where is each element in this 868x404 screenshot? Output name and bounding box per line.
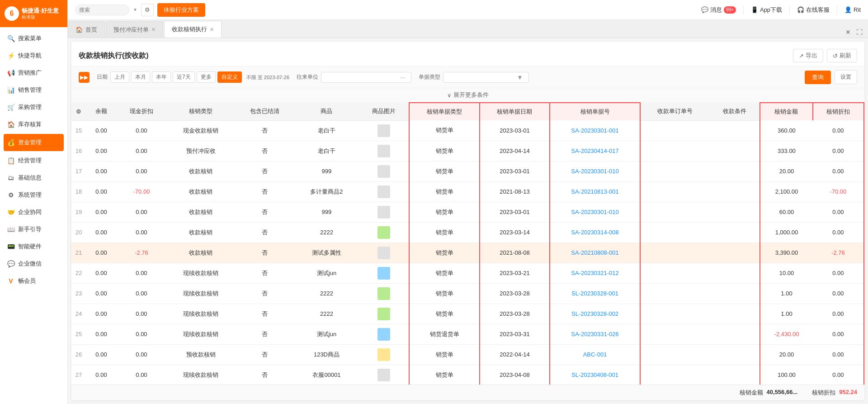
sidebar-item-system[interactable]: ⚙ 系统管理	[0, 186, 67, 204]
td-verify-bill-no[interactable]: SA-20230321-012	[550, 263, 640, 283]
tab-expand-btn[interactable]: ⛶	[854, 27, 864, 38]
td-verify-type: 现续收款核销	[166, 263, 235, 283]
th-balance: 余额	[86, 103, 117, 120]
home-icon: 🏠	[75, 26, 83, 33]
td-cash-discount: 0.00	[117, 141, 166, 161]
td-verify-bill-no[interactable]: SL-20230408-001	[550, 365, 640, 385]
filter-settings-button[interactable]: 设置	[835, 70, 857, 84]
logo-text: 畅捷通·好生意 标准版	[22, 7, 59, 20]
this-year-btn[interactable]: 本年	[152, 71, 171, 83]
messages-label: 消息	[710, 6, 722, 14]
purchase-label: 采购管理	[18, 103, 42, 111]
td-verify-bill-no[interactable]: ABC-001	[550, 344, 640, 365]
finance-icon: 💰	[7, 139, 14, 146]
td-verify-amount: 2,100.00	[760, 181, 812, 202]
sidebar-item-inventory[interactable]: 🏠 库存核算	[0, 116, 67, 133]
td-verify-bill-type: 销货单	[409, 181, 479, 202]
footer-verify-amount: 核销金额 40,556,66...	[740, 389, 798, 397]
this-month-btn[interactable]: 本月	[131, 71, 150, 83]
export-button[interactable]: ↗ 导出	[793, 49, 823, 62]
td-verify-amount: 100.00	[760, 365, 812, 385]
sidebar-item-vip[interactable]: V 畅会员	[0, 272, 67, 290]
tab-home[interactable]: 🏠 首页	[68, 21, 105, 38]
partner-dots-icon[interactable]: ···	[398, 74, 407, 81]
sidebar-item-enterprise[interactable]: 🤝 企业协同	[0, 204, 67, 221]
user-action[interactable]: 👤 Rit	[844, 6, 861, 13]
app-download-action[interactable]: 📱 App下载	[751, 6, 782, 14]
filter-expand-button[interactable]: ▶▶	[79, 72, 90, 83]
tab-prepay[interactable]: 预付冲应付单 ✕	[106, 21, 163, 38]
expand-more-btn[interactable]: ∨ 展开更多条件	[71, 89, 864, 101]
td-verify-bill-type: 销货单	[409, 161, 479, 181]
th-verify-type: 核销类型	[166, 103, 235, 120]
td-verify-bill-no[interactable]: SA-20210808-001	[550, 242, 640, 263]
sidebar-item-search-menu[interactable]: 🔍 搜索菜单	[0, 30, 67, 47]
td-receipt-order-no	[640, 141, 710, 161]
td-verify-bill-no[interactable]: SL-20230328-002	[550, 304, 640, 324]
td-verify-bill-no[interactable]: SA-20230414-017	[550, 141, 640, 161]
td-verify-bill-no[interactable]: SA-20230331-026	[550, 324, 640, 344]
page-title: 收款核销执行(按收款)	[79, 51, 149, 61]
content-header: 收款核销执行(按收款) ↗ 导出 ↺ 刷新	[71, 42, 864, 66]
more-btn[interactable]: 更多	[197, 71, 216, 83]
td-goods-image	[359, 283, 410, 304]
sidebar-item-guide[interactable]: 📖 新手引导	[0, 221, 67, 238]
tab-receipt-verify[interactable]: 收款核销执行 ✕	[164, 21, 222, 38]
refresh-button[interactable]: ↺ 刷新	[827, 49, 857, 62]
search-input[interactable]	[75, 5, 129, 15]
td-cash-discount: 0.00	[117, 304, 166, 324]
tab-receipt-verify-close[interactable]: ✕	[210, 27, 214, 33]
th-settings[interactable]: ⚙	[71, 103, 86, 120]
td-verify-bill-no[interactable]: SA-20230314-008	[550, 222, 640, 242]
td-row-num: 15	[71, 120, 86, 141]
td-verify-type: 收款核销	[166, 222, 235, 242]
td-goods: 2222	[294, 283, 359, 304]
td-goods: 测试多属性	[294, 242, 359, 263]
sidebar-item-finance[interactable]: 💰 资金管理	[4, 134, 64, 151]
td-balance: 0.00	[86, 161, 117, 181]
sidebar-item-marketing[interactable]: 📢 营销推广	[0, 64, 67, 81]
partner-input[interactable]	[325, 74, 398, 81]
settings-button[interactable]: ⚙	[141, 4, 154, 16]
td-cash-discount: 0.00	[117, 365, 166, 385]
td-verify-amount: 360.00	[760, 120, 812, 141]
industry-btn[interactable]: 休验行业方案	[157, 3, 205, 17]
th-verify-amount: 核销金额	[760, 103, 812, 120]
td-receipt-condition	[710, 283, 760, 304]
refresh-icon: ↺	[833, 52, 838, 59]
sidebar-item-purchase[interactable]: 🛒 采购管理	[0, 99, 67, 116]
sidebar-item-quick-nav[interactable]: ⚡ 快捷导航	[0, 47, 67, 64]
last-month-btn[interactable]: 上月	[110, 71, 129, 83]
sales-label: 销售管理	[18, 86, 42, 94]
td-verify-bill-date: 2023-03-01	[480, 161, 550, 181]
sidebar-item-smart-hw[interactable]: 📟 智能硬件	[0, 238, 67, 255]
td-verify-amount: 1,000.00	[760, 222, 812, 242]
sidebar-item-sales[interactable]: 📊 销售管理	[0, 81, 67, 99]
td-goods-image	[359, 222, 410, 242]
recent7-btn[interactable]: 近7天	[173, 71, 195, 83]
sidebar-item-operations[interactable]: 📋 经营管理	[0, 152, 67, 169]
td-verify-discount: 0.00	[813, 120, 864, 141]
messages-action[interactable]: 💬 消息 99+	[701, 6, 736, 14]
tab-close-btn[interactable]: ✕	[844, 27, 853, 38]
td-verify-bill-no[interactable]: SA-20230301-010	[550, 161, 640, 181]
tab-prepay-close[interactable]: ✕	[151, 27, 156, 33]
query-button[interactable]: 查询	[805, 71, 831, 84]
guide-label: 新手引导	[18, 225, 42, 233]
td-receipt-order-no	[640, 365, 710, 385]
td-verify-bill-no[interactable]: SA-20230301-001	[550, 120, 640, 141]
td-verify-bill-no[interactable]: SL-20230328-001	[550, 283, 640, 304]
bill-type-input[interactable]	[447, 74, 515, 81]
operations-icon: 📋	[7, 157, 14, 164]
sidebar-item-basic-info[interactable]: 🗂 基础信息	[0, 169, 67, 186]
td-receipt-condition	[710, 161, 760, 181]
online-service-action[interactable]: 🎧 在线客服	[797, 6, 830, 14]
td-receipt-condition	[710, 181, 760, 202]
td-included-cleared: 否	[235, 222, 294, 242]
table-row: 22 0.00 0.00 现续收款核销 否 测试jun 销货单 2023-03-…	[71, 263, 864, 283]
td-verify-bill-type: 销货单	[409, 222, 479, 242]
custom-btn[interactable]: 自定义	[217, 71, 242, 83]
sidebar-item-wechat[interactable]: 💬 企业微信	[0, 255, 67, 272]
td-verify-bill-no[interactable]: SA-20210813-001	[550, 181, 640, 202]
td-verify-bill-no[interactable]: SA-20230301-010	[550, 202, 640, 222]
